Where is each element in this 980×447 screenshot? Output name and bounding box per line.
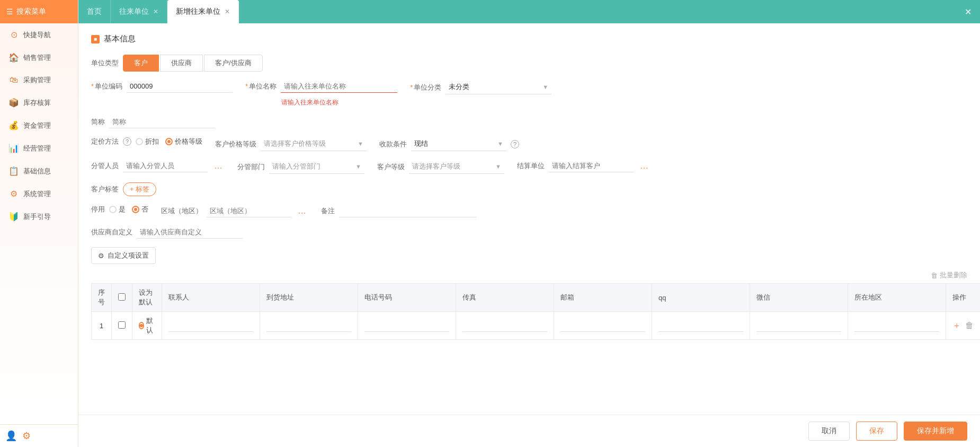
manager-input[interactable] xyxy=(123,160,208,172)
tab-partners-close[interactable]: ✕ xyxy=(153,8,158,15)
customer-level-field: 客户等级 请选择客户等级 ▼ xyxy=(377,160,504,174)
row-qq-input[interactable] xyxy=(658,319,743,332)
sidebar-item-sales[interactable]: 🏠 销售管理 xyxy=(0,46,78,69)
row-email-input[interactable] xyxy=(560,319,645,332)
supplier-custom-input[interactable] xyxy=(137,226,243,239)
unit-code-label: *单位编码 xyxy=(91,82,122,91)
row-add-button[interactable]: ＋ xyxy=(952,320,961,331)
pricing-method-field: 定价方法 ? 折扣 价格等级 xyxy=(91,137,202,146)
row-region-input[interactable] xyxy=(854,319,939,332)
save-new-button[interactable]: 保存并新增 xyxy=(904,422,967,441)
close-all-button[interactable]: ✕ xyxy=(956,7,980,17)
radio-discount-label: 折扣 xyxy=(145,137,159,146)
unit-category-select[interactable]: 未分类 ▼ xyxy=(446,80,551,94)
customer-tag-row: 客户标签 + 标签 xyxy=(91,182,967,196)
sidebar-item-inventory[interactable]: 📦 库存核算 xyxy=(0,91,78,114)
row-contact-input[interactable] xyxy=(168,319,253,332)
radio-yes[interactable]: 是 xyxy=(109,205,126,214)
batch-delete-button[interactable]: 🗑 批量删除 xyxy=(931,270,967,280)
select-all-checkbox[interactable] xyxy=(118,293,126,301)
unit-name-input[interactable] xyxy=(281,80,397,93)
unit-type-button-group: 客户 供应商 客户/供应商 xyxy=(123,55,263,72)
settlement-unit-input[interactable] xyxy=(549,160,634,172)
payment-condition-label: 收款条件 xyxy=(379,139,407,149)
pricing-help-icon[interactable]: ? xyxy=(123,137,131,146)
row-fax-cell[interactable] xyxy=(456,312,554,340)
custom-settings-button[interactable]: ⚙ 自定义项设置 xyxy=(91,247,156,264)
guide-icon: 🔰 xyxy=(8,212,19,222)
radio-discount[interactable]: 折扣 xyxy=(136,137,159,146)
row-phone-cell[interactable] xyxy=(358,312,456,340)
col-qq: qq xyxy=(652,284,750,312)
row-default-radio-circle xyxy=(139,322,144,329)
box-icon: 📦 xyxy=(8,98,19,108)
row-wechat-input[interactable] xyxy=(756,319,841,332)
tag-add-button[interactable]: + 标签 xyxy=(123,182,156,196)
short-name-row: 简称 xyxy=(91,116,967,128)
sidebar-item-guide[interactable]: 🔰 新手引导 xyxy=(0,205,78,228)
radio-price-level[interactable]: 价格等级 xyxy=(165,137,202,146)
search-icon: ☰ xyxy=(6,7,13,16)
manager-more-btn[interactable]: … xyxy=(212,161,225,171)
radio-price-level-label: 价格等级 xyxy=(175,137,202,146)
short-name-input[interactable] xyxy=(109,116,215,128)
unit-name-label: *单位名称 xyxy=(245,82,277,91)
type-btn-customer[interactable]: 客户 xyxy=(123,55,159,72)
row-delete-button[interactable]: 🗑 xyxy=(965,321,974,330)
row-wechat-cell[interactable] xyxy=(750,312,848,340)
tab-home[interactable]: 首页 xyxy=(78,0,111,23)
region-more-btn[interactable]: … xyxy=(296,206,308,216)
sidebar-search[interactable]: ☰ 搜索菜单 xyxy=(0,0,78,23)
custom-settings-label: 自定义项设置 xyxy=(108,251,149,260)
row-checkbox[interactable] xyxy=(118,321,126,329)
sidebar-item-label: 基础信息 xyxy=(23,166,51,176)
col-contact: 联系人 xyxy=(162,284,260,312)
col-fax: 传真 xyxy=(456,284,554,312)
col-phone: 电话号码 xyxy=(358,284,456,312)
row-contact-cell[interactable] xyxy=(162,312,260,340)
type-btn-both[interactable]: 客户/供应商 xyxy=(204,55,263,72)
supplier-custom-label: 供应商自定义 xyxy=(91,227,132,237)
unit-code-input[interactable] xyxy=(127,80,233,93)
remark-input[interactable] xyxy=(339,205,477,217)
row-address-input[interactable] xyxy=(266,319,351,332)
customer-price-level-select[interactable]: 请选择客户价格等级 ▼ xyxy=(261,137,367,151)
row-address-cell[interactable] xyxy=(260,312,358,340)
region-input[interactable] xyxy=(207,205,291,217)
sidebar-item-label: 系统管理 xyxy=(23,189,51,199)
settlement-more-btn[interactable]: … xyxy=(638,161,651,171)
manager-field: 分管人员 … xyxy=(91,160,225,172)
sidebar-item-operations[interactable]: 📊 经营管理 xyxy=(0,137,78,160)
row-region-cell[interactable] xyxy=(848,312,946,340)
row-fax-input[interactable] xyxy=(462,319,547,332)
row-phone-input[interactable] xyxy=(364,319,449,332)
tab-new-partner-close[interactable]: ✕ xyxy=(225,8,230,15)
department-select[interactable]: 请输入分管部门 ▼ xyxy=(269,160,364,174)
col-default: 设为默认 xyxy=(132,284,162,312)
type-btn-supplier[interactable]: 供应商 xyxy=(160,55,203,72)
tab-new-partner[interactable]: 新增往来单位 ✕ xyxy=(167,0,239,23)
user-icon[interactable]: 👤 xyxy=(5,430,17,442)
footer: 取消 保存 保存并新增 xyxy=(78,415,980,447)
customer-level-select[interactable]: 请选择客户等级 ▼ xyxy=(409,160,504,174)
sidebar-item-finance[interactable]: 💰 资金管理 xyxy=(0,114,78,137)
customer-tag-label: 客户标签 xyxy=(91,185,119,194)
settings-icon[interactable]: ⚙ xyxy=(22,430,31,442)
chart-icon: 📊 xyxy=(8,143,19,153)
sidebar-item-purchase[interactable]: 🛍 采购管理 xyxy=(0,69,78,91)
radio-no[interactable]: 否 xyxy=(132,205,148,214)
row-qq-cell[interactable] xyxy=(652,312,750,340)
sidebar-item-basic[interactable]: 📋 基础信息 xyxy=(0,160,78,182)
row-email-cell[interactable] xyxy=(554,312,652,340)
row-default-radio[interactable]: 默认 xyxy=(139,316,155,335)
region-label: 区域（地区） xyxy=(161,206,202,216)
cancel-button[interactable]: 取消 xyxy=(808,422,850,441)
payment-help-icon[interactable]: ? xyxy=(511,140,519,148)
sidebar-item-system[interactable]: ⚙ 系统管理 xyxy=(0,182,78,205)
sidebar-item-quick-nav[interactable]: ⊙ 快捷导航 xyxy=(0,23,78,46)
col-action: 操作 xyxy=(946,284,981,312)
payment-condition-select[interactable]: 现结 ▼ xyxy=(411,137,506,151)
save-button[interactable]: 保存 xyxy=(856,422,897,441)
unit-name-field: *单位名称 请输入往来单位名称 xyxy=(245,80,397,107)
tab-partners[interactable]: 往来单位 ✕ xyxy=(111,0,167,23)
